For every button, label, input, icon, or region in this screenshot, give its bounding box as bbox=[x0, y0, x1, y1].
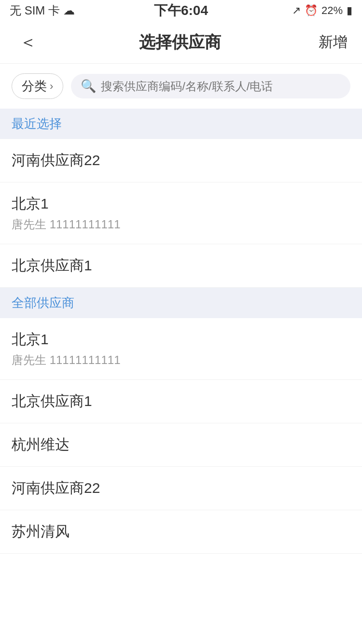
all-section-header: 全部供应商 bbox=[0, 288, 362, 318]
recent-section-header: 最近选择 bbox=[0, 109, 362, 139]
supplier-contact: 唐先生 11111111111 bbox=[12, 217, 350, 232]
sim-status: 无 SIM 卡 ☁ bbox=[10, 3, 75, 18]
alarm-icon: ⏰ bbox=[305, 4, 318, 17]
status-time: 下午6:04 bbox=[154, 1, 208, 20]
supplier-name: 北京供应商1 bbox=[12, 256, 350, 276]
list-item[interactable]: 北京1 唐先生 11111111111 bbox=[0, 318, 362, 380]
battery-level: 22% bbox=[321, 4, 343, 17]
supplier-contact: 唐先生 11111111111 bbox=[12, 352, 350, 368]
battery-icon: ▮ bbox=[347, 4, 352, 17]
list-item[interactable]: 河南供应商22 bbox=[0, 139, 362, 182]
recent-list: 河南供应商22 北京1 唐先生 11111111111 北京供应商1 bbox=[0, 139, 362, 288]
back-button[interactable]: ＜ bbox=[14, 26, 42, 59]
status-left: 无 SIM 卡 ☁ bbox=[10, 3, 75, 18]
search-bar[interactable]: 🔍 bbox=[71, 74, 350, 98]
list-item[interactable]: 杭州维达 bbox=[0, 423, 362, 467]
category-button[interactable]: 分类 › bbox=[12, 73, 63, 99]
list-item[interactable]: 北京1 唐先生 11111111111 bbox=[0, 182, 362, 244]
add-button[interactable]: 新增 bbox=[319, 32, 348, 52]
supplier-name: 苏州清风 bbox=[12, 522, 350, 542]
search-icon: 🔍 bbox=[81, 79, 96, 94]
list-item[interactable]: 北京供应商1 bbox=[0, 244, 362, 288]
location-icon: ↗ bbox=[292, 4, 301, 17]
list-item[interactable]: 北京供应商1 bbox=[0, 380, 362, 423]
supplier-name: 北京供应商1 bbox=[12, 392, 350, 411]
status-bar: 无 SIM 卡 ☁ 下午6:04 ↗ ⏰ 22% ▮ bbox=[0, 0, 362, 21]
supplier-name: 北京1 bbox=[12, 194, 350, 214]
nav-bar: ＜ 选择供应商 新增 bbox=[0, 21, 362, 64]
filter-bar: 分类 › 🔍 bbox=[0, 64, 362, 109]
category-label: 分类 bbox=[22, 78, 47, 95]
supplier-name: 河南供应商22 bbox=[12, 478, 350, 498]
page-title: 选择供应商 bbox=[139, 31, 221, 54]
status-right: ↗ ⏰ 22% ▮ bbox=[292, 4, 352, 17]
supplier-name: 河南供应商22 bbox=[12, 151, 350, 170]
chevron-right-icon: › bbox=[50, 80, 53, 93]
list-item[interactable]: 河南供应商22 bbox=[0, 467, 362, 510]
supplier-name: 杭州维达 bbox=[12, 435, 350, 455]
search-input[interactable] bbox=[101, 80, 341, 93]
list-item[interactable]: 苏州清风 bbox=[0, 510, 362, 554]
supplier-name: 北京1 bbox=[12, 330, 350, 350]
all-list: 北京1 唐先生 11111111111 北京供应商1 杭州维达 河南供应商22 … bbox=[0, 318, 362, 554]
